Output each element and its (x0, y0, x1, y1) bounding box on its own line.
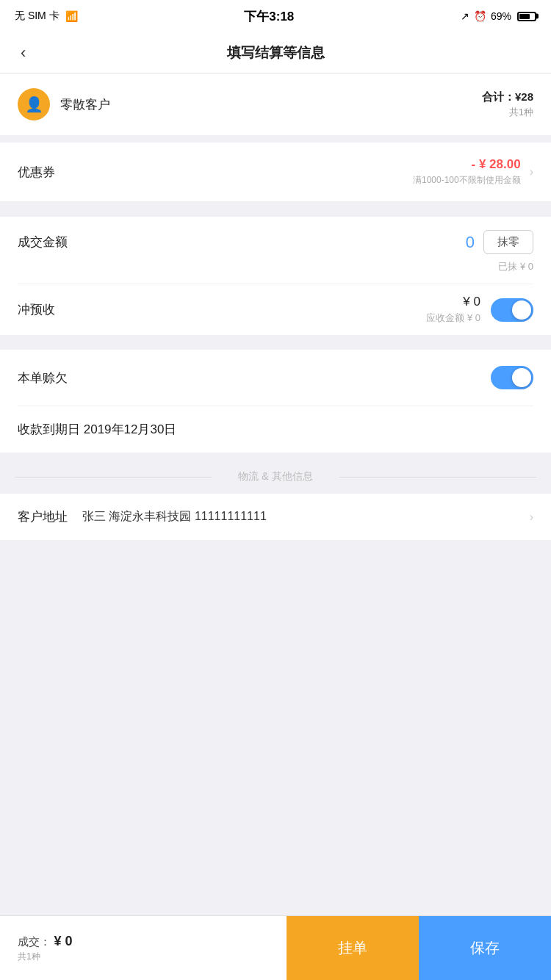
page-title: 填写结算等信息 (227, 43, 325, 62)
alarm-icon: ⏰ (474, 10, 486, 22)
discount-amount: - ¥ 28.00 (413, 157, 521, 172)
battery-icon (517, 12, 536, 21)
debit-row: 本单赊欠 (0, 350, 551, 406)
coupon-right: - ¥ 28.00 满1000-100不限制使用金额 › (413, 157, 533, 187)
debit-toggle[interactable] (491, 366, 533, 389)
address-value: 张三 海淀永丰科技园 11111111111 (82, 509, 530, 525)
logistics-line-right (339, 477, 536, 478)
total-label: 合计：¥28 (482, 90, 533, 104)
status-left: 无 SIM 卡 📶 (15, 10, 78, 23)
bottom-deal-line: 成交： ¥ 0 (18, 934, 269, 949)
location-icon: ↗ (461, 10, 469, 22)
address-row[interactable]: 客户地址 张三 海淀永丰科技园 11111111111 › (0, 494, 551, 540)
prepay-left: 冲预收 (18, 301, 55, 318)
trade-amount-row: 成交金额 0 抹零 (0, 217, 551, 260)
due-date-value: 2019年12月30日 (84, 422, 177, 436)
address-label: 客户地址 (18, 508, 68, 525)
avatar-icon: 👤 (25, 96, 43, 113)
save-button[interactable]: 保存 (419, 916, 551, 980)
debit-label: 本单赊欠 (18, 370, 68, 386)
customer-left: 👤 零散客户 (18, 88, 110, 120)
coupon-label: 优惠券 (18, 164, 55, 181)
status-bar: 无 SIM 卡 📶 下午3:18 ↗ ⏰ 69% (0, 0, 551, 32)
due-date-row: 收款到期日 2019年12月30日 (0, 406, 551, 453)
back-button[interactable]: ‹ (15, 37, 32, 68)
prepay-receivable: 应收金额 ¥ 0 (426, 311, 480, 325)
customer-total: 合计：¥28 共1种 (482, 90, 533, 119)
trade-value-area: 0 抹零 (466, 230, 533, 254)
bottom-summary: 成交： ¥ 0 共1种 (0, 934, 287, 963)
logistics-line-left (15, 477, 212, 478)
total-count: 共1种 (482, 106, 533, 119)
address-chevron-icon: › (530, 511, 533, 524)
due-date-label: 收款到期日 (18, 422, 80, 436)
customer-section: 👤 零散客户 合计：¥28 共1种 (0, 73, 551, 135)
logistics-header: 物流 & 其他信息 (0, 460, 551, 494)
coupon-section: 优惠券 - ¥ 28.00 满1000-100不限制使用金额 › (0, 143, 551, 202)
round-off-button[interactable]: 抹零 (483, 230, 533, 254)
coupon-chevron-icon: › (530, 165, 533, 179)
trade-value: 0 (466, 233, 475, 252)
prepay-toggle[interactable] (491, 298, 533, 322)
debit-toggle-knob (512, 368, 531, 387)
prepay-row: 冲预收 ¥ 0 应收金额 ¥ 0 (0, 284, 551, 335)
carrier-label: 无 SIM 卡 (15, 10, 60, 23)
prepay-label: 冲预收 (18, 301, 55, 318)
toggle-knob (512, 300, 531, 320)
prepay-amounts: ¥ 0 应收金额 ¥ 0 (426, 295, 480, 325)
bottom-bar: 成交： ¥ 0 共1种 挂单 保存 (0, 915, 551, 980)
coupon-info: - ¥ 28.00 满1000-100不限制使用金额 (413, 157, 521, 187)
status-right: ↗ ⏰ 69% (461, 10, 536, 22)
section-gap-2 (0, 342, 551, 350)
battery-label: 69% (491, 10, 511, 22)
trade-amount-section: 成交金额 0 抹零 已抹 ¥ 0 冲预收 ¥ 0 应收金额 ¥ 0 (0, 217, 551, 335)
section-gap-1 (0, 209, 551, 217)
pending-button[interactable]: 挂单 (287, 916, 419, 980)
avatar: 👤 (18, 88, 50, 120)
prepay-amount: ¥ 0 (426, 295, 480, 309)
coupon-row[interactable]: 优惠券 - ¥ 28.00 满1000-100不限制使用金额 › (0, 143, 551, 202)
bottom-deal-label: 成交： (18, 935, 51, 948)
address-section: 客户地址 张三 海淀永丰科技园 11111111111 › (0, 494, 551, 540)
nav-bar: ‹ 填写结算等信息 (0, 32, 551, 73)
wifi-icon: 📶 (65, 10, 78, 22)
customer-row: 👤 零散客户 合计：¥28 共1种 (0, 73, 551, 135)
bottom-actions: 挂单 保存 (287, 916, 551, 980)
bottom-spacer (0, 547, 551, 621)
main-content: 👤 零散客户 合计：¥28 共1种 优惠券 - ¥ 28.00 满1000-10… (0, 73, 551, 621)
customer-name: 零散客户 (60, 96, 110, 113)
bottom-amount: ¥ 0 (54, 934, 72, 948)
prepay-right: ¥ 0 应收金额 ¥ 0 (426, 295, 533, 325)
trade-amount-label: 成交金额 (18, 234, 68, 251)
time-label: 下午3:18 (244, 8, 294, 25)
debit-section: 本单赊欠 收款到期日 2019年12月30日 (0, 350, 551, 453)
trade-sub-label: 已抹 ¥ 0 (0, 260, 551, 284)
discount-desc: 满1000-100不限制使用金额 (413, 174, 521, 187)
logistics-label: 物流 & 其他信息 (238, 470, 312, 483)
bottom-count: 共1种 (18, 951, 269, 963)
